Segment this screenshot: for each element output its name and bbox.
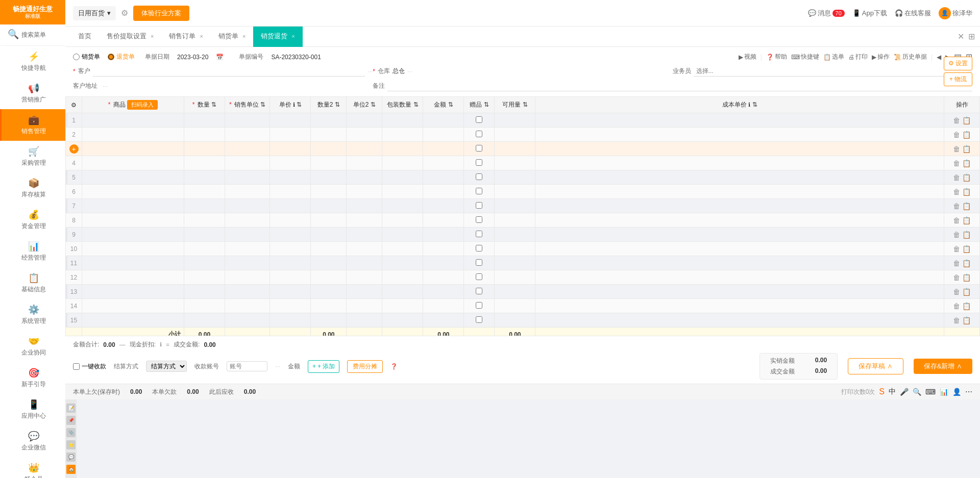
copy-icon[interactable]: 📋 xyxy=(962,173,971,182)
gift-checkbox[interactable] xyxy=(476,188,482,194)
delete-icon[interactable]: 🗑 xyxy=(953,159,960,167)
sort-unit2-icon[interactable]: ⇅ xyxy=(371,101,376,108)
message-center[interactable]: 💬 消息 70 xyxy=(808,9,845,18)
delete-icon[interactable]: 🗑 xyxy=(953,316,960,324)
sort-qty-icon[interactable]: ⇅ xyxy=(211,101,216,108)
delete-icon[interactable]: 🗑 xyxy=(953,259,960,267)
sidebar-item-enterprise[interactable]: 🤝 企业协同 xyxy=(0,331,65,362)
sidebar-item-wechat[interactable]: 💬 企业微信 xyxy=(0,425,65,457)
info-unit-price-icon[interactable]: ℹ xyxy=(293,102,295,108)
gift-checkbox[interactable] xyxy=(476,116,482,123)
search-bottom-icon[interactable]: 🔍 xyxy=(913,388,921,396)
tab-sale-order[interactable]: 销售订单 × xyxy=(161,27,210,47)
tab-sale-order-close[interactable]: × xyxy=(200,33,203,39)
more-icon[interactable]: ⋯ xyxy=(965,388,972,396)
delete-icon[interactable]: 🗑 xyxy=(953,131,960,139)
app-download[interactable]: 📱 App下载 xyxy=(852,9,887,18)
customer-more-icon[interactable]: ··· xyxy=(368,68,373,75)
settings-side-btn[interactable]: ⚙ 设置 xyxy=(944,57,972,70)
gift-checkbox[interactable] xyxy=(476,316,482,323)
industry-selector[interactable]: 日用百货 ▾ xyxy=(73,6,116,20)
gift-checkbox[interactable] xyxy=(476,288,482,294)
save-new-btn[interactable]: 保存&新增 ∧ xyxy=(914,359,972,374)
gift-checkbox[interactable] xyxy=(476,159,482,166)
toolbar-operate[interactable]: ▶ 操作 xyxy=(872,53,890,61)
sidebar-item-basic[interactable]: 📋 基础信息 xyxy=(0,267,65,299)
gift-checkbox[interactable] xyxy=(476,231,482,237)
save-draft-btn[interactable]: 保存草稿 ∧ xyxy=(848,358,903,374)
tab-sale-price-close[interactable]: × xyxy=(151,33,154,39)
delete-icon[interactable]: 🗑 xyxy=(953,188,960,196)
copy-icon[interactable]: 📋 xyxy=(962,245,971,253)
staff-input[interactable] xyxy=(694,66,965,77)
copy-icon[interactable]: 📋 xyxy=(962,116,971,124)
sidebar-item-newguide[interactable]: 🎯 新手引导 xyxy=(0,362,65,394)
sort-price-icon[interactable]: ⇅ xyxy=(297,101,302,108)
table-settings-icon[interactable]: ⚙ xyxy=(71,102,77,109)
copy-icon[interactable]: 📋 xyxy=(962,302,971,310)
one-key-checkbox[interactable] xyxy=(73,363,80,370)
delete-icon[interactable]: 🗑 xyxy=(953,216,960,224)
copy-icon[interactable]: 📋 xyxy=(962,273,971,282)
gift-checkbox[interactable] xyxy=(476,302,482,309)
right-icon-5[interactable]: 💬 xyxy=(66,452,76,462)
sidebar-item-marketing[interactable]: 📢 营销推广 xyxy=(0,78,65,109)
nav-prev-icon[interactable]: ◀ xyxy=(937,54,941,61)
toolbar-print[interactable]: 🖨 打印 xyxy=(848,53,868,61)
sort-qty2-icon[interactable]: ⇅ xyxy=(335,101,340,108)
tab-close-all-icon[interactable]: ✕ xyxy=(958,32,964,41)
calendar-icon[interactable]: 📅 xyxy=(216,54,224,61)
delete-icon[interactable]: 🗑 xyxy=(953,116,960,124)
toolbar-select[interactable]: 📋 选单 xyxy=(823,53,844,61)
keyboard-icon[interactable]: ⌨ xyxy=(925,388,936,396)
person-icon[interactable]: 👤 xyxy=(952,388,961,396)
copy-icon[interactable]: 📋 xyxy=(962,288,971,296)
delete-icon[interactable]: 🗑 xyxy=(953,145,960,153)
user-menu[interactable]: 👤 徐泽华 xyxy=(939,7,972,19)
sort-amount-icon[interactable]: ⇅ xyxy=(448,101,453,108)
online-service[interactable]: 🎧 在线客服 xyxy=(895,9,931,18)
gift-checkbox[interactable] xyxy=(476,145,482,152)
settings-icon[interactable]: ⚙ xyxy=(121,8,128,18)
sidebar-item-purchase[interactable]: 🛒 采购管理 xyxy=(0,141,65,172)
sort-pack-icon[interactable]: ⇅ xyxy=(413,101,419,108)
product-input[interactable] xyxy=(85,145,181,153)
copy-icon[interactable]: 📋 xyxy=(962,216,971,224)
experience-btn[interactable]: 体验行业方案 xyxy=(133,6,189,21)
copy-icon[interactable]: 📋 xyxy=(962,202,971,210)
tab-maximize-icon[interactable]: ⊞ xyxy=(968,32,975,41)
remark-input[interactable] xyxy=(387,81,972,91)
right-icon-3[interactable]: 📎 xyxy=(66,428,76,437)
copy-icon[interactable]: 📋 xyxy=(962,131,971,139)
sort-unit-icon[interactable]: ⇅ xyxy=(260,101,265,108)
cash-discount-info-icon[interactable]: ℹ xyxy=(160,341,162,348)
sidebar-item-quicknav[interactable]: ⚡ 快捷导航 xyxy=(0,46,65,78)
info-cost-price-icon[interactable]: ℹ xyxy=(748,102,750,108)
sidebar-item-search[interactable]: 🔍 搜索菜单 xyxy=(0,24,65,46)
radio-sale-return[interactable]: 退货单 xyxy=(108,53,135,61)
delete-icon[interactable]: 🗑 xyxy=(953,173,960,182)
sidebar-item-sales[interactable]: 💼 销售管理 xyxy=(0,109,65,141)
gift-checkbox[interactable] xyxy=(476,259,482,266)
toolbar-help[interactable]: ❓ 帮助 xyxy=(766,53,787,61)
gift-checkbox[interactable] xyxy=(476,273,482,280)
right-icon-2[interactable]: 📌 xyxy=(66,416,76,425)
tab-sale-price[interactable]: 售价提取设置 × xyxy=(99,27,161,47)
tab-sale-return[interactable]: 销货退货 × xyxy=(253,27,302,47)
sidebar-item-appcenter[interactable]: 📱 应用中心 xyxy=(0,394,65,425)
gift-checkbox[interactable] xyxy=(476,202,482,209)
warehouse-more-icon[interactable]: ··· xyxy=(407,68,412,75)
customer-input[interactable] xyxy=(93,66,365,77)
sidebar-item-system[interactable]: ⚙️ 系统管理 xyxy=(0,299,65,331)
gift-checkbox[interactable] xyxy=(476,131,482,137)
delete-icon[interactable]: 🗑 xyxy=(953,245,960,253)
fee-split-btn[interactable]: 费用分摊 xyxy=(347,360,383,373)
right-icon-1[interactable]: 📝 xyxy=(66,404,76,413)
delete-icon[interactable]: 🗑 xyxy=(953,273,960,282)
add-payment-btn[interactable]: + + 添加 xyxy=(308,360,339,373)
gift-checkbox[interactable] xyxy=(476,245,482,251)
sort-available-icon[interactable]: ⇅ xyxy=(523,101,528,108)
th-settings[interactable]: ⚙ xyxy=(66,97,82,113)
copy-icon[interactable]: 📋 xyxy=(962,145,971,153)
copy-icon[interactable]: 📋 xyxy=(962,188,971,196)
